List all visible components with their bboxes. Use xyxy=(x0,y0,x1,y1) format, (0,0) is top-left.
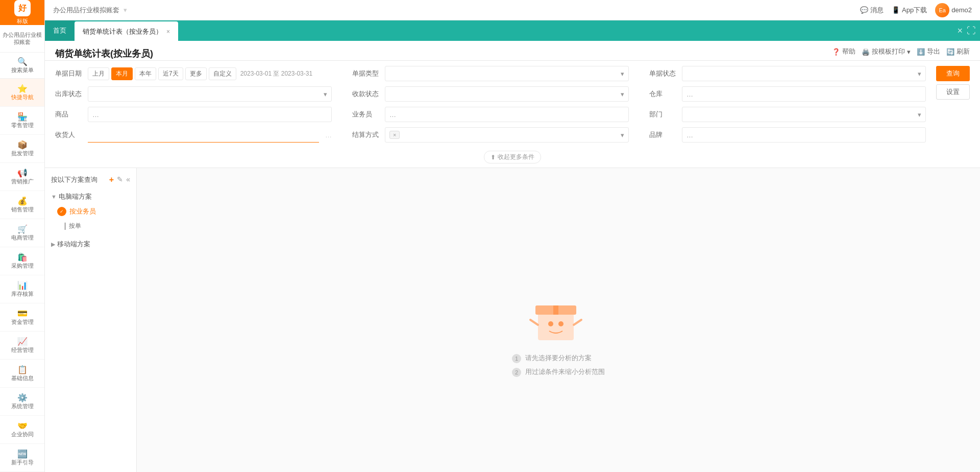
out-status-select[interactable]: ▾ xyxy=(88,86,332,102)
message-btn[interactable]: 💬 消息 xyxy=(860,6,884,15)
sidebar-item-operations[interactable]: 📈 经营管理 xyxy=(0,332,44,360)
scheme-panel-header: 按以下方案查询 + ✎ « xyxy=(45,172,136,187)
date-this-year-btn[interactable]: 本年 xyxy=(135,67,156,80)
tab-home[interactable]: 首页 xyxy=(45,20,75,41)
collapse-label: 收起更多条件 xyxy=(498,153,534,161)
sidebar-item-newbie[interactable]: 🆕 新手引导 xyxy=(0,444,44,472)
page-content: 销货单统计表(按业务员) ❓ 帮助 🖨️ 按模板打印 ▾ ⬇️ 导出 🔄 刷 xyxy=(45,41,980,472)
purchase-icon: 🛍️ xyxy=(17,252,28,262)
filter-out-status: 出库状态 ▾ xyxy=(55,86,332,102)
retail-icon: 🏪 xyxy=(17,112,28,122)
right-buttons: 查询 设置 xyxy=(936,61,980,105)
pc-group-title[interactable]: ▼ 电脑端方案 xyxy=(45,190,136,204)
tab-maximize-icon[interactable]: ⛶ xyxy=(967,26,976,36)
settlement-select[interactable]: × ▾ xyxy=(385,127,629,143)
scheme-panel: 按以下方案查询 + ✎ « ▼ 电脑端方案 ✓ xyxy=(45,168,137,472)
collapse-icon: ⬆ xyxy=(491,154,496,161)
newbie-icon: 🆕 xyxy=(17,449,28,459)
payment-status-select[interactable]: ▾ xyxy=(385,86,629,102)
sidebar-item-enterprise[interactable]: 🤝 企业协同 xyxy=(0,416,44,444)
sidebar-item-marketing[interactable]: 📢 营销推广 xyxy=(0,163,44,191)
logo-icon: 好 xyxy=(14,0,31,16)
scheme-group-mobile: ▶ 移动端方案 xyxy=(45,235,136,253)
sidebar-item-inventory[interactable]: 📊 库存核算 xyxy=(0,275,44,303)
sidebar-item-wholesale[interactable]: 📦 批发管理 xyxy=(0,135,44,163)
brand-label: 标版 xyxy=(17,17,28,25)
doc-status-select[interactable]: ▾ xyxy=(682,66,926,81)
date-more-btn[interactable]: 更多 xyxy=(185,67,207,80)
warehouse-select[interactable]: … xyxy=(682,86,926,102)
date-custom-btn[interactable]: 自定义 xyxy=(209,67,236,80)
brand-label: 品牌 xyxy=(649,130,678,139)
doc-status-label: 单据状态 xyxy=(649,69,678,78)
receiver-label: 收货人 xyxy=(55,130,84,139)
sidebar-item-sales[interactable]: 💰 销售管理 xyxy=(0,191,44,219)
out-status-label: 出库状态 xyxy=(55,89,84,99)
scheme-edit-icon[interactable]: ✎ xyxy=(117,175,123,184)
tab-home-label: 首页 xyxy=(53,26,66,35)
filter-payment-status: 收款状态 ▾ xyxy=(352,86,629,102)
settlement-tag: × xyxy=(389,131,400,139)
app-download-btn[interactable]: 📱 App下载 xyxy=(892,6,927,15)
settlement-tag-close[interactable]: × xyxy=(393,132,396,138)
scheme-collapse-icon[interactable]: « xyxy=(126,175,130,184)
export-btn[interactable]: ⬇️ 导出 xyxy=(917,47,940,56)
sidebar-item-retail[interactable]: 🏪 零售管理 xyxy=(0,107,44,135)
collapse-btn[interactable]: ⬆ 收起更多条件 xyxy=(484,151,541,163)
settings-btn[interactable]: 设置 xyxy=(936,84,970,100)
filter-row-3: 商品 … 业务员 … xyxy=(55,107,926,122)
doc-type-select[interactable]: ▾ xyxy=(385,66,629,81)
date-this-month-btn[interactable]: 本月 xyxy=(111,67,133,80)
query-btn[interactable]: 查询 xyxy=(936,66,970,81)
message-label: 消息 xyxy=(870,6,884,15)
sidebar-item-system[interactable]: ⚙️ 系统管理 xyxy=(0,388,44,416)
scheme-panel-title: 按以下方案查询 xyxy=(51,175,97,184)
date-last-month-btn[interactable]: 上月 xyxy=(88,67,109,80)
svg-point-4 xyxy=(558,321,564,326)
brand-select[interactable]: … xyxy=(682,127,926,143)
dept-select[interactable]: ▾ xyxy=(682,107,926,122)
receiver-input[interactable] xyxy=(88,127,319,143)
goods-select[interactable]: … xyxy=(88,107,332,122)
search-menu-item[interactable]: 🔍 搜索菜单 xyxy=(0,53,44,79)
sidebar-item-purchase[interactable]: 🛍️ 采购管理 xyxy=(0,247,44,275)
message-icon: 💬 xyxy=(860,6,868,14)
tab-minimize-icon[interactable]: × xyxy=(957,26,963,36)
brand-dots: … xyxy=(687,131,693,139)
help-btn[interactable]: ❓ 帮助 xyxy=(832,47,855,56)
sidebar-search-section[interactable]: 办公用品行业模拟账套 xyxy=(0,25,44,53)
svg-point-3 xyxy=(548,321,553,326)
receiver-dots: … xyxy=(325,131,332,139)
print-btn[interactable]: 🖨️ 按模板打印 ▾ xyxy=(862,47,911,56)
marketing-label: 营销推广 xyxy=(11,178,34,185)
date-last7-btn[interactable]: 近7天 xyxy=(158,67,183,80)
refresh-btn[interactable]: 🔄 刷新 xyxy=(946,47,970,56)
sidebar-item-basic[interactable]: 📋 基础信息 xyxy=(0,360,44,388)
print-icon: 🖨️ xyxy=(862,48,870,56)
filter-row-1: 单据日期 上月 本月 本年 近7天 更多 自定义 2023-03-01 至 20… xyxy=(55,66,926,81)
user-profile[interactable]: Ea demo2 xyxy=(935,3,972,17)
app-download-icon: 📱 xyxy=(892,6,900,14)
filter-date: 单据日期 上月 本月 本年 近7天 更多 自定义 2023-03-01 至 20… xyxy=(55,67,332,80)
empty-tips: 1 请先选择要分析的方案 2 用过滤条件来缩小分析范围 xyxy=(512,353,605,381)
tab-close-btn[interactable]: × xyxy=(166,28,170,35)
filter-receiver: 收货人 … xyxy=(55,127,332,143)
date-filter: 上月 本月 本年 近7天 更多 自定义 2023-03-01 至 2023-03… xyxy=(88,67,332,80)
finance-label: 资金管理 xyxy=(11,318,34,326)
page-header: 销货单统计表(按业务员) ❓ 帮助 🖨️ 按模板打印 ▾ ⬇️ 导出 🔄 刷 xyxy=(45,41,980,61)
quick-nav-item[interactable]: ⭐ 快捷导航 xyxy=(0,79,44,107)
scheme-sub-item-by-order[interactable]: ┃ 按单 xyxy=(45,219,136,233)
search-menu-icon: 🔍 xyxy=(17,57,28,66)
scheme-add-icon[interactable]: + xyxy=(109,175,114,184)
scheme-group-pc: ▼ 电脑端方案 ✓ 按业务员 ┃ 按单 xyxy=(45,187,136,235)
sidebar-item-ecommerce[interactable]: 🛒 电商管理 xyxy=(0,219,44,247)
sidebar-item-finance[interactable]: 💳 资金管理 xyxy=(0,303,44,332)
scheme-item-by-salesman[interactable]: ✓ 按业务员 xyxy=(45,204,136,219)
salesman-dots: … xyxy=(389,111,396,119)
system-label: 系统管理 xyxy=(11,403,34,410)
tab-active[interactable]: 销货单统计表（按业务员） × xyxy=(75,21,178,42)
salesman-select[interactable]: … xyxy=(385,107,629,122)
empty-tip-1: 1 请先选择要分析的方案 xyxy=(512,353,605,363)
mobile-group-title[interactable]: ▶ 移动端方案 xyxy=(45,237,136,251)
main-area: 办公用品行业模拟账套 ▾ 💬 消息 📱 App下载 Ea demo2 首页 销货… xyxy=(45,0,980,472)
